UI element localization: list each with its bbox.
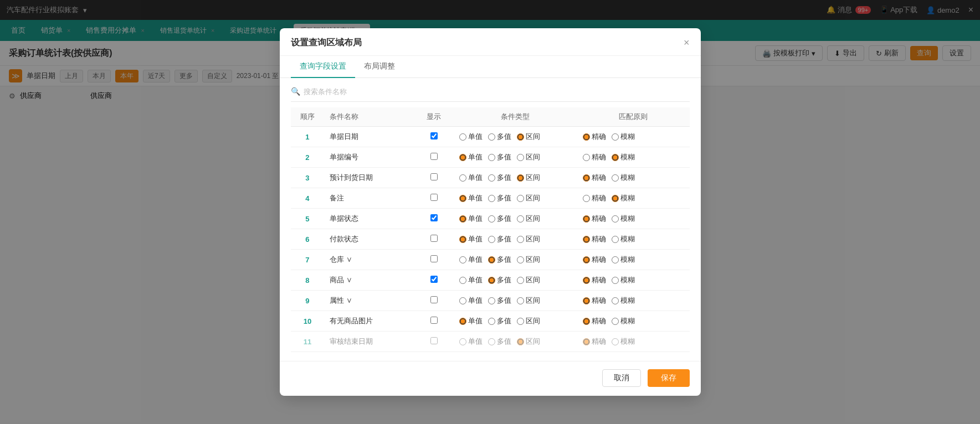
type-range-radio[interactable]: 区间 [517, 234, 540, 244]
display-cell[interactable] [414, 291, 454, 311]
type-range-radio[interactable]: 区间 [517, 132, 540, 142]
settings-modal: 设置查询区域布局 × 查询字段设置 布局调整 🔍 顺序 [280, 28, 701, 396]
display-checkbox[interactable] [430, 317, 438, 324]
modal-table-wrap: 顺序 条件名称 显示 条件类型 匹配原则 1 单据日期 [291, 107, 690, 352]
type-range-radio[interactable]: 区间 [517, 337, 540, 347]
match-exact-radio[interactable]: 精确 [583, 337, 606, 347]
search-input[interactable] [304, 87, 690, 96]
display-checkbox[interactable] [430, 214, 438, 221]
match-fuzzy-radio[interactable]: 模糊 [612, 152, 635, 162]
seq-cell: 10 [291, 311, 325, 332]
match-fuzzy-radio[interactable]: 模糊 [612, 173, 635, 183]
match-exact-radio[interactable]: 精确 [583, 214, 606, 224]
type-cell: 单值 多值 区间 [454, 188, 577, 209]
display-checkbox[interactable] [430, 337, 438, 344]
match-exact-radio[interactable]: 精确 [583, 296, 606, 306]
type-single-radio[interactable]: 单值 [459, 275, 483, 285]
type-cell: 单值 多值 区间 [454, 147, 577, 168]
display-cell[interactable] [414, 147, 454, 168]
type-single-radio[interactable]: 单值 [459, 316, 483, 326]
type-range-radio[interactable]: 区间 [517, 173, 540, 183]
type-multi-radio[interactable]: 多值 [488, 152, 511, 162]
match-exact-radio[interactable]: 精确 [583, 275, 606, 285]
display-checkbox[interactable] [430, 153, 438, 160]
type-range-radio[interactable]: 区间 [517, 152, 540, 162]
type-multi-radio[interactable]: 多值 [488, 214, 511, 224]
type-range-radio[interactable]: 区间 [517, 214, 540, 224]
type-range-radio[interactable]: 区间 [517, 316, 540, 326]
th-match: 匹配原则 [577, 107, 690, 127]
type-single-radio[interactable]: 单值 [459, 296, 483, 306]
seq-cell: 8 [291, 270, 325, 291]
match-exact-radio[interactable]: 精确 [583, 234, 606, 244]
type-multi-radio[interactable]: 多值 [488, 234, 511, 244]
match-fuzzy-radio[interactable]: 模糊 [612, 337, 635, 347]
match-fuzzy-radio[interactable]: 模糊 [612, 275, 635, 285]
match-exact-radio[interactable]: 精确 [583, 173, 606, 183]
type-multi-radio[interactable]: 多值 [488, 173, 511, 183]
display-cell[interactable] [414, 188, 454, 209]
match-fuzzy-radio[interactable]: 模糊 [612, 234, 635, 244]
display-cell[interactable] [414, 332, 454, 352]
type-single-radio[interactable]: 单值 [459, 255, 483, 265]
display-checkbox[interactable] [430, 276, 438, 283]
modal-close-button[interactable]: × [684, 37, 690, 49]
type-range-radio[interactable]: 区间 [517, 275, 540, 285]
display-checkbox[interactable] [430, 194, 438, 201]
type-single-radio[interactable]: 单值 [459, 337, 483, 347]
name-cell: 备注 [324, 188, 414, 209]
match-fuzzy-radio[interactable]: 模糊 [612, 255, 635, 265]
seq-cell: 7 [291, 250, 325, 270]
type-single-radio[interactable]: 单值 [459, 214, 483, 224]
display-checkbox[interactable] [430, 255, 438, 262]
match-exact-radio[interactable]: 精确 [583, 255, 606, 265]
type-single-radio[interactable]: 单值 [459, 193, 483, 203]
match-exact-radio[interactable]: 精确 [583, 152, 606, 162]
display-cell[interactable] [414, 209, 454, 229]
type-multi-radio[interactable]: 多值 [488, 132, 511, 142]
display-checkbox[interactable] [430, 173, 438, 180]
display-checkbox[interactable] [430, 296, 438, 303]
display-cell[interactable] [414, 127, 454, 147]
type-range-radio[interactable]: 区间 [517, 193, 540, 203]
modal-overlay: 设置查询区域布局 × 查询字段设置 布局调整 🔍 顺序 [0, 0, 980, 424]
match-fuzzy-radio[interactable]: 模糊 [612, 193, 635, 203]
type-range-radio[interactable]: 区间 [517, 255, 540, 265]
match-fuzzy-radio[interactable]: 模糊 [612, 296, 635, 306]
table-row: 5 单据状态 单值 多值 区间 精确 模糊 [291, 209, 690, 229]
match-fuzzy-radio[interactable]: 模糊 [612, 214, 635, 224]
display-cell[interactable] [414, 311, 454, 332]
type-single-radio[interactable]: 单值 [459, 132, 483, 142]
type-multi-radio[interactable]: 多值 [488, 337, 511, 347]
match-fuzzy-radio[interactable]: 模糊 [612, 132, 635, 142]
match-exact-radio[interactable]: 精确 [583, 316, 606, 326]
type-multi-radio[interactable]: 多值 [488, 316, 511, 326]
type-multi-radio[interactable]: 多值 [488, 296, 511, 306]
match-exact-radio[interactable]: 精确 [583, 132, 606, 142]
display-cell[interactable] [414, 229, 454, 250]
display-cell[interactable] [414, 250, 454, 270]
match-exact-radio[interactable]: 精确 [583, 193, 606, 203]
name-cell: 审核结束日期 [324, 332, 414, 352]
type-multi-radio[interactable]: 多值 [488, 193, 511, 203]
name-cell: 单据编号 [324, 147, 414, 168]
display-cell[interactable] [414, 270, 454, 291]
type-single-radio[interactable]: 单值 [459, 234, 483, 244]
modal-tab-query[interactable]: 查询字段设置 [291, 56, 355, 78]
display-checkbox[interactable] [430, 132, 438, 139]
type-range-radio[interactable]: 区间 [517, 296, 540, 306]
name-cell: 单据状态 [324, 209, 414, 229]
type-multi-radio[interactable]: 多值 [488, 255, 511, 265]
type-single-radio[interactable]: 单值 [459, 152, 483, 162]
match-cell: 精确 模糊 [577, 229, 690, 250]
th-type: 条件类型 [454, 107, 577, 127]
display-cell[interactable] [414, 168, 454, 188]
cancel-button[interactable]: 取消 [602, 369, 641, 387]
modal-tab-layout[interactable]: 布局调整 [355, 56, 404, 78]
save-button[interactable]: 保存 [648, 369, 690, 387]
display-checkbox[interactable] [430, 235, 438, 242]
type-multi-radio[interactable]: 多值 [488, 275, 511, 285]
match-fuzzy-radio[interactable]: 模糊 [612, 316, 635, 326]
type-single-radio[interactable]: 单值 [459, 173, 483, 183]
seq-cell: 2 [291, 147, 325, 168]
